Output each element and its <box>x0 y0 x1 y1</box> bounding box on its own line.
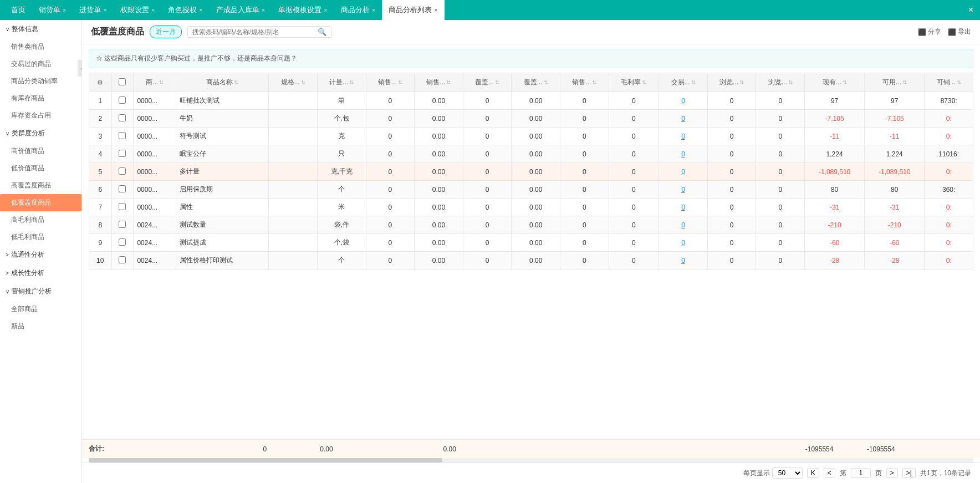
next-page-btn[interactable]: > <box>886 468 898 478</box>
row-trade[interactable]: 0 <box>659 145 708 163</box>
sidebar-collapse-btn[interactable]: « <box>78 60 82 77</box>
nav-product-warehousing[interactable]: 产成品入库单 × <box>210 0 272 20</box>
row-checkbox[interactable] <box>111 234 134 252</box>
sidebar-item-all-goods[interactable]: 全部商品 <box>0 301 81 318</box>
col-cover1[interactable]: 覆盖...⇅ <box>463 73 512 92</box>
sidebar-item-inventory-capital[interactable]: 库存资金占用 <box>0 107 81 124</box>
sidebar-item-stocked-goods[interactable]: 有库存商品 <box>0 90 81 107</box>
row-checkbox[interactable] <box>111 216 134 234</box>
sidebar-section-marketing[interactable]: ∨ 营销推广分析 <box>0 282 81 301</box>
row-checkbox[interactable] <box>111 163 134 181</box>
sidebar-item-traded-goods[interactable]: 交易过的商品 <box>0 55 81 73</box>
nav-close-product-analysis[interactable]: × <box>372 7 375 13</box>
prev-page-btn[interactable]: < <box>824 468 835 478</box>
col-current[interactable]: 现有...⇅ <box>805 73 865 92</box>
row-checkbox[interactable] <box>111 145 134 163</box>
row-select-checkbox[interactable] <box>119 203 126 210</box>
row-trade[interactable]: 0 <box>659 252 708 270</box>
row-trade[interactable]: 0 <box>659 216 708 234</box>
sidebar-section-cluster[interactable]: ∨ 类群度分析 <box>0 124 81 143</box>
horizontal-scrollbar[interactable] <box>89 458 973 462</box>
sidebar-item-high-margin[interactable]: 高毛利商品 <box>0 211 81 228</box>
nav-product-analysis[interactable]: 商品分析 × <box>334 0 382 20</box>
row-select-checkbox[interactable] <box>119 167 126 175</box>
first-page-btn[interactable]: K <box>807 468 819 478</box>
sidebar-item-sales-goods[interactable]: 销售类商品 <box>0 38 81 55</box>
col-available[interactable]: 可用...⇅ <box>865 73 925 92</box>
sidebar-item-new-goods[interactable]: 新品 <box>0 318 81 335</box>
col-browse1[interactable]: 浏览...⇅ <box>707 73 756 92</box>
col-unit[interactable]: 计量...⇅ <box>317 73 366 92</box>
row-trade[interactable]: 0 <box>659 128 708 145</box>
nav-close-all[interactable]: × <box>968 5 973 15</box>
nav-close-role[interactable]: × <box>199 7 202 13</box>
nav-close-product-warehousing[interactable]: × <box>262 7 265 13</box>
sidebar-section-overall[interactable]: ∨ 整体信息 <box>0 20 81 38</box>
col-sales3[interactable]: 销售...⇅ <box>560 73 609 92</box>
nav-home[interactable]: 首页 <box>4 0 32 20</box>
sidebar-section-liquidity[interactable]: > 流通性分析 <box>0 246 81 264</box>
row-select-checkbox[interactable] <box>119 132 126 139</box>
last-page-btn[interactable]: >| <box>902 468 916 478</box>
col-sellable[interactable]: 可销...⇅ <box>925 73 973 92</box>
row-checkbox[interactable] <box>111 181 134 199</box>
col-cover2[interactable]: 覆盖...⇅ <box>512 73 560 92</box>
export-button[interactable]: ⬛ 导出 <box>948 27 971 37</box>
row-trade[interactable]: 0 <box>659 181 708 199</box>
col-sales2[interactable]: 销售...⇅ <box>415 73 463 92</box>
sidebar-item-high-coverage[interactable]: 高覆盖度商品 <box>0 177 81 194</box>
nav-template-settings[interactable]: 单据模板设置 × <box>272 0 334 20</box>
row-select-checkbox[interactable] <box>119 185 126 192</box>
nav-close-sales[interactable]: × <box>63 7 66 13</box>
col-spec[interactable]: 规格...⇅ <box>269 73 318 92</box>
row-trade[interactable]: 0 <box>659 92 708 110</box>
search-icon[interactable]: 🔍 <box>318 28 326 36</box>
col-gross-rate[interactable]: 毛利率⇅ <box>609 73 659 92</box>
row-name: 启用保质期 <box>176 181 268 199</box>
select-all-checkbox[interactable] <box>119 78 126 85</box>
col-trade[interactable]: 交易...⇅ <box>659 73 708 92</box>
nav-analysis-list[interactable]: 商品分析列表 × <box>382 0 444 20</box>
row-select-checkbox[interactable] <box>119 96 126 104</box>
row-select-checkbox[interactable] <box>119 238 126 246</box>
nav-close-template[interactable]: × <box>324 7 327 13</box>
col-settings[interactable]: ⚙ <box>89 73 112 92</box>
period-button[interactable]: 近一月 <box>150 26 182 38</box>
row-unit: 个,包 <box>317 110 366 128</box>
row-checkbox[interactable] <box>111 110 134 128</box>
col-sales1[interactable]: 销售...⇅ <box>366 73 415 92</box>
row-trade[interactable]: 0 <box>659 234 708 252</box>
page-size-select[interactable]: 50 100 <box>772 467 803 479</box>
nav-close-purchase[interactable]: × <box>103 7 106 13</box>
row-trade[interactable]: 0 <box>659 110 708 128</box>
sidebar-item-category-rate[interactable]: 商品分类动销率 <box>0 73 81 90</box>
nav-permission[interactable]: 权限设置 × <box>114 0 161 20</box>
row-checkbox[interactable] <box>111 252 134 270</box>
row-select-checkbox[interactable] <box>119 150 126 157</box>
share-button[interactable]: ⬛ 分享 <box>918 27 941 37</box>
row-checkbox[interactable] <box>111 199 134 216</box>
nav-close-analysis-list[interactable]: × <box>434 7 437 13</box>
row-select-checkbox[interactable] <box>119 221 126 228</box>
row-trade[interactable]: 0 <box>659 163 708 181</box>
col-code[interactable]: 商...⇅ <box>134 73 176 92</box>
page-number-input[interactable] <box>851 468 871 478</box>
row-trade[interactable]: 0 <box>659 199 708 216</box>
nav-close-permission[interactable]: × <box>151 7 155 13</box>
row-select-checkbox[interactable] <box>119 114 126 121</box>
sidebar-item-low-coverage[interactable]: 低覆盖度商品 <box>0 194 81 211</box>
col-browse2[interactable]: 浏览...⇅ <box>756 73 805 92</box>
sidebar-item-low-value[interactable]: 低价值商品 <box>0 160 81 177</box>
row-checkbox[interactable] <box>111 128 134 145</box>
search-input[interactable] <box>192 28 318 36</box>
nav-sales[interactable]: 销货单 × <box>32 0 73 20</box>
col-checkbox[interactable] <box>111 73 134 92</box>
nav-role[interactable]: 角色授权 × <box>161 0 209 20</box>
sidebar-section-growth[interactable]: > 成长性分析 <box>0 264 81 282</box>
col-name[interactable]: 商品名称⇅ <box>176 73 268 92</box>
row-select-checkbox[interactable] <box>119 256 126 263</box>
row-checkbox[interactable] <box>111 92 134 110</box>
sidebar-item-high-value[interactable]: 高价值商品 <box>0 143 81 160</box>
nav-purchase[interactable]: 进货单 × <box>73 0 113 20</box>
sidebar-item-low-margin[interactable]: 低毛利商品 <box>0 228 81 246</box>
